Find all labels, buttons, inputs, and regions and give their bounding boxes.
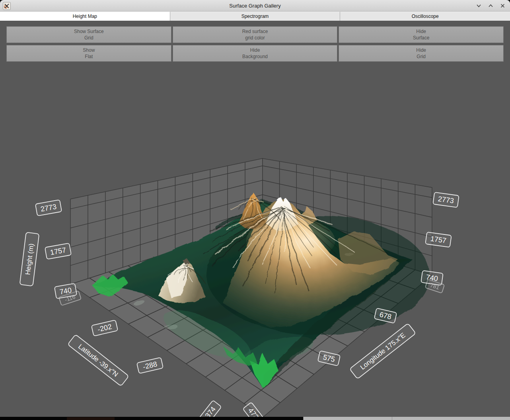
- height-map-panel: Show Surface Grid Red surface grid color…: [0, 21, 510, 417]
- red-surface-grid-color-button[interactable]: Red surface grid color: [173, 26, 338, 43]
- background-window-fragment: [303, 417, 510, 420]
- close-icon: [500, 3, 505, 8]
- surface-plot[interactable]: Height (m) 2773 1757 -116 740 2773: [0, 63, 510, 417]
- minimize-button[interactable]: [474, 1, 483, 10]
- axis-tick-height-740-right: 740: [421, 271, 443, 285]
- desktop-strip: [0, 417, 510, 420]
- tab-oscilloscope[interactable]: Oscilloscope: [340, 12, 510, 21]
- tab-height-map[interactable]: Height Map: [0, 12, 170, 21]
- background-window-divider: [392, 417, 392, 420]
- hide-surface-button[interactable]: Hide Surface: [339, 26, 504, 43]
- x-application-icon: [3, 2, 11, 10]
- maximize-button[interactable]: [486, 1, 495, 10]
- tab-spectrogram[interactable]: Spectrogram: [170, 12, 341, 21]
- close-button[interactable]: [498, 1, 507, 10]
- chevron-down-icon: [476, 3, 481, 8]
- background-window-fragment: [67, 417, 115, 420]
- show-flat-button[interactable]: Show Flat: [6, 45, 171, 62]
- svg-text:740: 740: [426, 273, 439, 283]
- title-bar[interactable]: Surface Graph Gallery: [0, 0, 510, 12]
- application-window: Surface Graph Gallery Height Map Spectro…: [0, 0, 510, 417]
- hide-grid-button[interactable]: Hide Grid: [339, 45, 504, 62]
- toolbar: Show Surface Grid Red surface grid color…: [6, 26, 504, 62]
- hide-background-button[interactable]: Hide Background: [173, 45, 338, 62]
- chevron-up-icon: [488, 3, 493, 8]
- window-title: Surface Graph Gallery: [0, 3, 510, 9]
- show-surface-grid-button[interactable]: Show Surface Grid: [6, 26, 171, 43]
- tab-bar: Height Map Spectrogram Oscilloscope: [0, 12, 510, 21]
